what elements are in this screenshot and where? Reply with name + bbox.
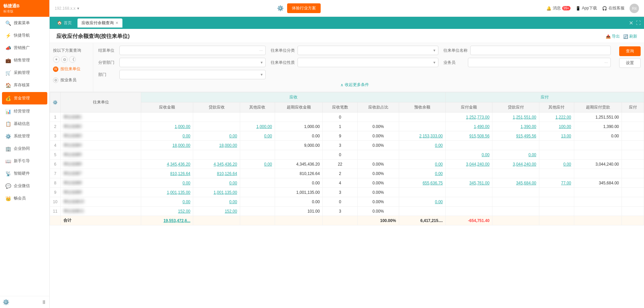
row-ap-amount[interactable]: 345,761.00 — [446, 178, 492, 188]
row-ap-loan[interactable] — [492, 169, 539, 178]
row-ar-loan[interactable]: 18,000.00 — [193, 141, 240, 150]
user-avatar[interactable]: Rit — [630, 4, 639, 13]
row-ar-prepay[interactable] — [399, 150, 445, 160]
row-ar-other[interactable] — [240, 113, 275, 122]
scheme-by-salesman[interactable]: ⊙ 按业务员 — [50, 75, 93, 86]
sidebar-item-marketing[interactable]: 📣 营销推广 — [0, 42, 49, 54]
row-ap-other[interactable] — [539, 188, 574, 197]
row-ap-other[interactable]: 77.00 — [539, 178, 574, 188]
tab-ar-ap[interactable]: 应收应付余额查询 ✕ — [77, 18, 122, 28]
row-ap-amount[interactable] — [446, 141, 492, 150]
row-ar-loan[interactable] — [193, 150, 240, 160]
row-ar-prepay[interactable] — [399, 207, 445, 216]
row-ap-amount[interactable]: 0.00 — [446, 150, 492, 160]
row-ar-loan[interactable]: 152.00 — [193, 207, 240, 216]
row-ap-loan[interactable]: 345,684.00 — [492, 178, 539, 188]
sidebar-item-search-menu[interactable]: 🔍 搜索菜单 — [0, 17, 49, 29]
unit-category-select[interactable]: ▾ — [298, 46, 438, 55]
row-ap-amount[interactable] — [446, 188, 492, 197]
row-ar-loan[interactable]: 810,126.64 — [193, 169, 240, 178]
salesman-input[interactable]: ··· — [468, 58, 611, 67]
row-ar-other[interactable] — [240, 197, 275, 207]
row-ap-other[interactable] — [539, 150, 574, 160]
row-ap-other[interactable]: 13.00 — [539, 131, 574, 141]
close-tab-icon[interactable]: ✕ — [115, 21, 118, 25]
tab-home[interactable]: 🏠 首页 — [53, 18, 76, 28]
row-ar-amount[interactable]: 1,000.00 — [141, 122, 193, 131]
row-ar-prepay[interactable]: 0.00 — [399, 141, 445, 150]
row-ar-amount[interactable]: 4,345,436.20 — [141, 160, 193, 169]
row-ar-other[interactable] — [240, 207, 275, 216]
toggle-sidebar-icon[interactable]: ⏸ — [41, 299, 47, 305]
online-service-button[interactable]: 🎧 在线客服 — [602, 5, 625, 11]
app-download-button[interactable]: 📱 App下载 — [576, 5, 597, 11]
row-ar-prepay[interactable]: 0.00 — [399, 197, 445, 207]
row-ar-prepay[interactable] — [399, 188, 445, 197]
row-ar-loan[interactable]: 0.00 — [193, 197, 240, 207]
sidebar-item-basic-info[interactable]: 📋 基础信息 — [0, 118, 49, 130]
row-ar-loan[interactable]: 1,001,135.00 — [193, 188, 240, 197]
sidebar-item-operation[interactable]: 📊 经营管理 — [0, 105, 49, 118]
row-ar-other[interactable] — [240, 178, 275, 188]
solution-button[interactable]: 体验行业方案 — [287, 3, 321, 13]
row-ar-amount[interactable]: 0.00 — [141, 197, 193, 207]
row-ar-other[interactable]: 0.00 — [240, 131, 275, 141]
row-ar-other[interactable] — [240, 188, 275, 197]
row-ap-loan[interactable]: 915,495.56 — [492, 131, 539, 141]
row-ap-loan[interactable] — [492, 188, 539, 197]
row-ap-amount[interactable]: 915,508.56 — [446, 131, 492, 141]
settings-bottom-icon[interactable]: ⚙️ — [3, 299, 9, 305]
row-ap-amount[interactable] — [446, 197, 492, 207]
row-ar-loan[interactable] — [193, 113, 240, 122]
row-ap-amount[interactable]: 1,252,773.00 — [446, 113, 492, 122]
row-ar-other[interactable]: 1,000.00 — [240, 122, 275, 131]
branch-dept-select[interactable]: ▾ — [119, 70, 266, 79]
message-button[interactable]: 🔔 消息 99+ — [546, 5, 571, 11]
row-ar-amount[interactable]: 18,000.00 — [141, 141, 193, 150]
sidebar-item-system[interactable]: ⚙️ 系统管理 — [0, 130, 49, 142]
settlement-input[interactable]: ··· — [119, 46, 266, 55]
row-ap-other[interactable] — [539, 141, 574, 150]
row-ar-other[interactable]: 0.00 — [240, 160, 275, 169]
dept-select[interactable]: ▾ — [119, 58, 266, 67]
sidebar-item-finance[interactable]: 💰 资金管理 — [2, 92, 47, 104]
row-ar-prepay[interactable] — [399, 122, 445, 131]
row-ar-prepay[interactable]: 655,636.75 — [399, 178, 445, 188]
export-button[interactable]: 📤 导出 — [606, 34, 620, 39]
set-button[interactable]: 设置 — [619, 58, 641, 68]
sidebar-item-enterprise[interactable]: 🏢 企业协同 — [0, 142, 49, 155]
row-ap-other[interactable] — [539, 169, 574, 178]
refresh-button[interactable]: 🔄 刷新 — [623, 34, 637, 39]
settings-icon[interactable]: ⚙️ — [277, 5, 284, 11]
row-ar-prepay[interactable] — [399, 113, 445, 122]
row-ar-amount[interactable] — [141, 113, 193, 122]
row-ap-loan[interactable] — [492, 197, 539, 207]
row-ap-loan[interactable]: 3,044,240.00 — [492, 160, 539, 169]
sidebar-item-sales[interactable]: 💼 销售管理 — [0, 54, 49, 67]
collapse-btn[interactable]: ∧ 收起更多条件 — [98, 81, 611, 89]
row-ar-prepay[interactable]: 0.00 — [399, 160, 445, 169]
row-ap-amount[interactable] — [446, 169, 492, 178]
close-window-icon[interactable]: ✕ — [629, 20, 633, 26]
table-settings-icon[interactable]: ⚙️ — [53, 100, 58, 105]
unit-name-input[interactable] — [470, 46, 611, 55]
sidebar-item-purchase[interactable]: 🛒 采购管理 — [0, 67, 49, 79]
row-ar-prepay[interactable]: 2,153,333.00 — [399, 131, 445, 141]
row-ar-other[interactable] — [240, 141, 275, 150]
sidebar-item-quick-nav[interactable]: ⚡ 快捷导航 — [0, 29, 49, 42]
row-ap-amount[interactable] — [446, 207, 492, 216]
row-ar-loan[interactable]: 0.00 — [193, 131, 240, 141]
row-ap-loan[interactable]: 1,251,551.00 — [492, 113, 539, 122]
row-ap-other[interactable]: 1,222.00 — [539, 113, 574, 122]
row-ar-amount[interactable]: 0.00 — [141, 178, 193, 188]
row-ap-loan[interactable]: 0.00 — [492, 150, 539, 160]
sidebar-item-wechat[interactable]: 💬 企业微信 — [0, 180, 49, 192]
row-ap-other[interactable]: 100.00 — [539, 122, 574, 131]
row-ap-loan[interactable]: 1,390.00 — [492, 122, 539, 131]
row-ar-amount[interactable]: 152.00 — [141, 207, 193, 216]
prev-scheme-button[interactable]: 《 — [69, 56, 76, 63]
query-button[interactable]: 查询 — [619, 46, 641, 56]
row-ap-loan[interactable] — [492, 207, 539, 216]
row-ap-other[interactable]: 0.00 — [539, 160, 574, 169]
row-ap-other[interactable] — [539, 207, 574, 216]
